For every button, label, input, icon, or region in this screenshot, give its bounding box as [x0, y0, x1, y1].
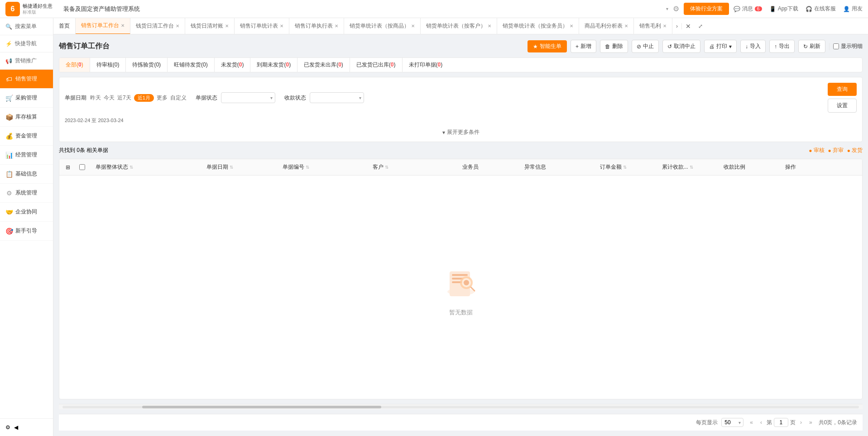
tab-sales-exec[interactable]: 销售订单执行表 ✕	[289, 18, 344, 34]
collect-select-wrapper: ▾	[310, 92, 364, 103]
sidebar-item-inventory[interactable]: 📦 库存核算	[0, 108, 53, 127]
ship-btn[interactable]: ● 发货	[847, 147, 863, 154]
set-btn[interactable]: 设置	[828, 99, 857, 113]
search-btn[interactable]: 查询	[828, 83, 857, 96]
tab-sales-customer[interactable]: 销货单统计表（按客户） ✕	[421, 18, 497, 34]
tab-home[interactable]: 首页	[53, 18, 76, 34]
tab-cash-daily[interactable]: 钱货日清工作台 ✕	[130, 18, 185, 34]
tab-overflow-btn[interactable]: ›	[672, 23, 682, 29]
tab-revenue-close[interactable]: ✕	[663, 24, 667, 28]
sidebar-item-sales[interactable]: 🏷 销售管理	[0, 70, 53, 89]
page-input[interactable]	[774, 418, 788, 427]
smart-btn[interactable]: ★ 智能生单	[528, 40, 567, 52]
filter-tab-all[interactable]: 全部(0)	[59, 58, 90, 72]
tab-sales-product-close[interactable]: ✕	[411, 24, 415, 28]
message-btn[interactable]: 💬 消息 6	[734, 5, 762, 13]
th-collect-sort[interactable]: ⇅	[690, 165, 693, 170]
expand-btn[interactable]: ▾ 展开更多条件	[442, 128, 480, 136]
sidebar-settings-icon[interactable]: ⚙	[5, 424, 10, 431]
filter-tab-not-shipped[interactable]: 未发货(0)	[215, 58, 251, 72]
sidebar-item-finance[interactable]: 💰 资金管理	[0, 127, 53, 146]
filter-tab-shipped-not-in[interactable]: 已发货未出库(0)	[297, 58, 350, 72]
th-amount-sort[interactable]: ⇅	[623, 165, 627, 170]
tab-margin-close[interactable]: ✕	[624, 24, 628, 28]
sidebar-item-basic[interactable]: 📋 基础信息	[0, 165, 53, 184]
date-yesterday[interactable]: 昨天	[90, 94, 101, 102]
tab-margin[interactable]: 商品毛利分析表 ✕	[579, 18, 634, 34]
th-date-sort[interactable]: ⇅	[230, 165, 233, 170]
page-next-btn[interactable]: ›	[797, 418, 805, 427]
cancel-stop-btn[interactable]: ↺ 取消中止	[662, 40, 700, 53]
tab-sales-customer-close[interactable]: ✕	[488, 24, 491, 28]
filter-tab-wang-ship[interactable]: 旺铺待发货(0)	[168, 58, 215, 72]
tab-sales-staff-close[interactable]: ✕	[570, 24, 573, 28]
experience-button[interactable]: 体验行业方案	[684, 3, 729, 15]
tab-maximize-btn[interactable]: ⤢	[695, 23, 706, 29]
stop-btn[interactable]: ⊘ 中止	[632, 40, 659, 53]
app-download-btn[interactable]: 📱 App下载	[769, 5, 798, 13]
user-menu-btn[interactable]: 👤 用友	[843, 5, 863, 13]
filter-tab-pending-check[interactable]: 待拣验货(0)	[126, 58, 168, 72]
sidebar-promo[interactable]: 📢 营销推广	[0, 52, 53, 70]
sidebar-collapse-icon[interactable]: ◀	[14, 424, 18, 431]
sidebar-item-guide[interactable]: 🎯 新手引导	[0, 222, 53, 241]
add-btn[interactable]: + 新增	[571, 40, 596, 53]
tab-revenue[interactable]: 销售毛利 ✕	[634, 18, 672, 34]
column-settings-icon[interactable]: ⊞	[66, 164, 70, 171]
sidebar-quick-nav[interactable]: ⚡ 快捷导航	[0, 35, 53, 52]
tab-sales-workbench-close[interactable]: ✕	[121, 23, 125, 28]
audit-btn[interactable]: ● 审核	[809, 147, 824, 154]
per-page-select[interactable]: 50 100	[721, 418, 743, 427]
page-prev-btn[interactable]: ‹	[758, 418, 765, 427]
tab-cash-account-close[interactable]: ✕	[225, 24, 229, 28]
settings-icon[interactable]: ⚙	[673, 5, 679, 13]
show-detail-checkbox[interactable]: 显示明细	[833, 43, 863, 50]
date-more[interactable]: 更多	[157, 94, 168, 102]
filter-tab-shipped-out[interactable]: 已发货已出库(0)	[350, 58, 403, 72]
scroll-area[interactable]	[59, 404, 863, 409]
tab-margin-label: 商品毛利分析表	[585, 22, 623, 30]
tab-sales-stat-close[interactable]: ✕	[280, 24, 283, 28]
tab-sales-staff[interactable]: 销货单统计表（按业务员） ✕	[497, 18, 579, 34]
th-num-sort[interactable]: ⇅	[306, 165, 309, 170]
tab-sales-exec-close[interactable]: ✕	[335, 24, 338, 28]
page-last-btn[interactable]: »	[806, 418, 815, 427]
sidebar-item-operation[interactable]: 📊 经营管理	[0, 146, 53, 165]
print-btn[interactable]: 🖨 打印 ▾	[704, 40, 737, 53]
date-custom[interactable]: 自定义	[170, 94, 187, 102]
date-field: 单据日期 昨天 今天 近7天 近1月 更多 自定义	[65, 94, 187, 102]
show-detail-input[interactable]	[833, 43, 839, 49]
sidebar-item-enterprise[interactable]: 🤝 企业协同	[0, 203, 53, 222]
tab-close-all-btn[interactable]: ✕	[682, 23, 695, 30]
delete-btn[interactable]: 🗑 删除	[600, 40, 628, 53]
tab-sales-stat[interactable]: 销售订单统计表 ✕	[235, 18, 289, 34]
system-dropdown-icon[interactable]: ▾	[666, 6, 668, 11]
import-btn[interactable]: ↓ 导入	[740, 40, 766, 53]
sidebar-search[interactable]: 🔍 搜索菜单	[0, 18, 53, 35]
select-all-checkbox[interactable]	[79, 164, 85, 170]
scroll-thumb[interactable]	[142, 406, 381, 408]
page-first-btn[interactable]: «	[747, 418, 756, 427]
sidebar-item-purchase[interactable]: 🛒 采购管理	[0, 89, 53, 108]
status-select[interactable]	[221, 92, 275, 103]
export-btn[interactable]: ↑ 导出	[769, 40, 795, 53]
cancel-audit-btn[interactable]: ● 弃审	[828, 147, 844, 154]
filter-tab-pending[interactable]: 待审核(0)	[90, 58, 126, 72]
tab-sales-workbench[interactable]: 销售订单工作台 ✕	[76, 18, 130, 34]
tab-cash-account[interactable]: 钱货日清对账 ✕	[185, 18, 235, 34]
refresh-btn[interactable]: ↻ 刷新	[798, 40, 825, 53]
th-status-sort[interactable]: ⇅	[129, 165, 133, 170]
sidebar-item-system[interactable]: ⚙ 系统管理	[0, 184, 53, 203]
collect-select[interactable]	[310, 92, 364, 103]
filter-tab-all-count: 0	[78, 62, 82, 68]
filter-tab-not-printed[interactable]: 未打印单据(0)	[403, 58, 449, 72]
online-service-btn[interactable]: 🎧 在线客服	[806, 5, 836, 13]
tab-cash-daily-close[interactable]: ✕	[176, 24, 179, 28]
th-customer-sort[interactable]: ⇅	[385, 165, 388, 170]
filter-tab-expired[interactable]: 到期未发货(0)	[250, 58, 297, 72]
result-actions: ● 审核 ● 弃审 ● 发货	[809, 147, 863, 154]
date-today[interactable]: 今天	[104, 94, 115, 102]
tab-sales-product[interactable]: 销货单统计表（按商品） ✕	[344, 18, 421, 34]
date-1month[interactable]: 近1月	[134, 94, 154, 102]
date-7days[interactable]: 近7天	[117, 94, 131, 102]
